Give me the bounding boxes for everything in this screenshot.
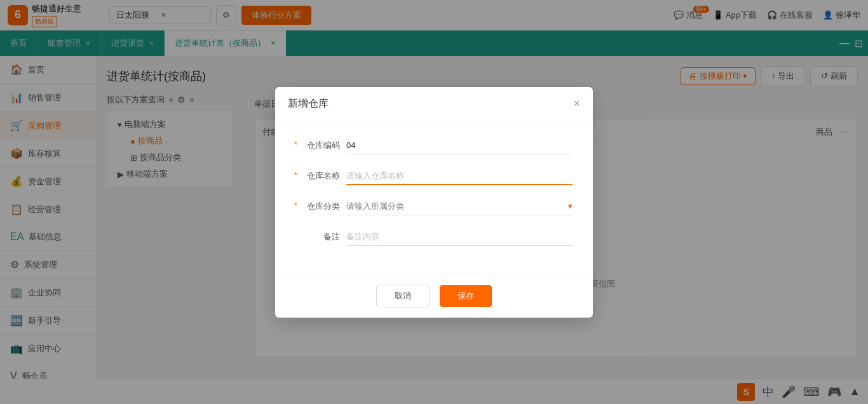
code-input[interactable] xyxy=(346,137,573,154)
dialog-overlay: 新增仓库 × 仓库编码 仓库名称 仓库分类 ▾ xyxy=(0,0,868,404)
category-label: 仓库分类 xyxy=(295,201,346,212)
dialog-close-button[interactable]: × xyxy=(573,97,580,111)
dialog-title: 新增仓库 xyxy=(288,97,329,111)
save-button[interactable]: 保存 xyxy=(440,285,492,307)
dialog-body: 仓库编码 仓库名称 仓库分类 ▾ 备注 xyxy=(275,121,593,274)
code-label: 仓库编码 xyxy=(295,140,346,151)
category-dropdown-arrow: ▾ xyxy=(568,201,573,211)
name-input[interactable] xyxy=(346,167,573,185)
dialog-footer: 取消 保存 xyxy=(275,274,593,318)
remark-label: 备注 xyxy=(295,231,346,243)
form-row-name: 仓库名称 xyxy=(295,167,573,185)
form-row-code: 仓库编码 xyxy=(295,137,573,154)
cancel-button[interactable]: 取消 xyxy=(376,285,430,307)
name-label: 仓库名称 xyxy=(295,170,346,182)
new-warehouse-dialog: 新增仓库 × 仓库编码 仓库名称 仓库分类 ▾ xyxy=(275,87,593,318)
category-input[interactable] xyxy=(346,201,568,211)
dialog-header: 新增仓库 × xyxy=(275,87,593,121)
form-row-remark: 备注 xyxy=(295,228,573,246)
form-row-category: 仓库分类 ▾ xyxy=(295,198,573,215)
remark-input[interactable] xyxy=(346,228,573,246)
category-select-wrapper[interactable]: ▾ xyxy=(346,198,573,215)
